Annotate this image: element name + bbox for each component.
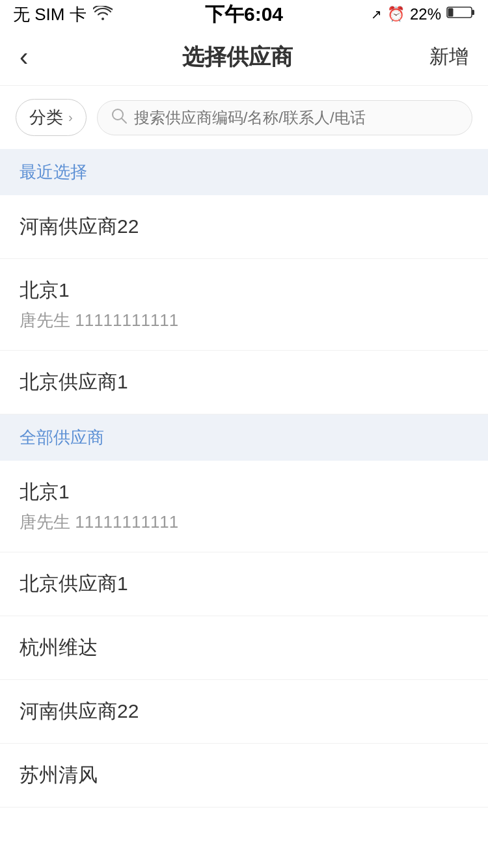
alarm-icon: ⏰ (387, 6, 405, 23)
back-button[interactable]: ‹ (20, 42, 59, 72)
list-item[interactable]: 杭州维达 (0, 616, 488, 680)
list-item[interactable]: 河南供应商22 (0, 195, 488, 259)
battery-icon (446, 5, 475, 23)
page-title: 选择供应商 (182, 42, 293, 72)
search-icon (111, 107, 128, 128)
battery-text: 22% (410, 5, 441, 23)
status-bar: 无 SIM 卡 下午6:04 ↗ ⏰ 22% (0, 0, 488, 29)
recent-section-title: 最近选择 (20, 162, 87, 182)
item-name: 河南供应商22 (20, 213, 468, 240)
category-button[interactable]: 分类 › (16, 99, 87, 136)
list-item[interactable]: 北京1唐先生 11111111111 (0, 461, 488, 552)
search-box[interactable] (97, 100, 472, 135)
list-item[interactable]: 北京供应商1 (0, 351, 488, 414)
list-item[interactable]: 北京供应商1 (0, 552, 488, 616)
list-item[interactable]: 河南供应商22 (0, 680, 488, 744)
item-name: 北京1 (20, 479, 468, 506)
recent-section-header: 最近选择 (0, 149, 488, 195)
recent-items-list: 河南供应商22北京1唐先生 11111111111北京供应商1 (0, 195, 488, 414)
list-item[interactable]: 北京1唐先生 11111111111 (0, 259, 488, 351)
chevron-right-icon: › (68, 110, 73, 125)
category-label: 分类 (29, 106, 63, 129)
carrier-text: 无 SIM 卡 (13, 3, 87, 26)
wifi-icon (93, 5, 113, 25)
item-name: 北京1 (20, 277, 468, 304)
item-name: 苏州清风 (20, 762, 468, 789)
location-icon: ↗ (371, 7, 382, 22)
nav-bar: ‹ 选择供应商 新增 (0, 29, 488, 86)
all-items-list: 北京1唐先生 11111111111北京供应商1杭州维达河南供应商22苏州清风 (0, 461, 488, 807)
item-name: 北京供应商1 (20, 571, 468, 597)
svg-line-4 (122, 118, 126, 123)
all-section-title: 全部供应商 (20, 427, 104, 447)
item-name: 河南供应商22 (20, 698, 468, 725)
search-input[interactable] (134, 109, 459, 127)
item-name: 杭州维达 (20, 634, 468, 661)
status-right: ↗ ⏰ 22% (371, 5, 475, 23)
filter-bar: 分类 › (0, 86, 488, 149)
item-name: 北京供应商1 (20, 369, 468, 396)
status-left: 无 SIM 卡 (13, 3, 113, 26)
item-sub: 唐先生 11111111111 (20, 309, 468, 332)
svg-rect-1 (472, 10, 474, 15)
item-sub: 唐先生 11111111111 (20, 511, 468, 534)
add-button[interactable]: 新增 (416, 44, 468, 70)
list-item[interactable]: 苏州清风 (0, 744, 488, 807)
all-section-header: 全部供应商 (0, 414, 488, 461)
svg-rect-2 (448, 8, 454, 17)
status-time: 下午6:04 (205, 1, 283, 28)
